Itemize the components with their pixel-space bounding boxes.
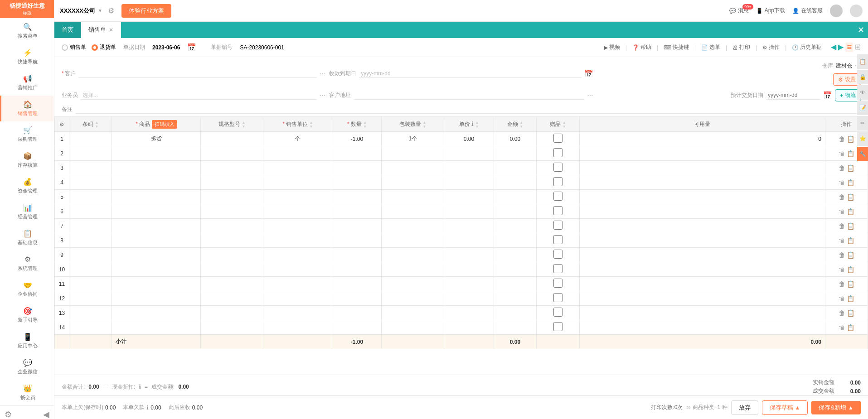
copy-icon[interactable]: 📋 — [847, 135, 854, 143]
sales-rep-dots[interactable]: ··· — [320, 92, 325, 100]
customer-addr-dots[interactable]: ··· — [587, 92, 593, 100]
sales-rep-input[interactable] — [81, 91, 317, 100]
settings-bottom-icon[interactable]: ⚙ — [5, 409, 12, 419]
copy-icon[interactable]: 📋 — [847, 251, 854, 259]
gift-checkbox[interactable] — [553, 235, 563, 244]
tab-close-button[interactable]: ✕ — [858, 25, 864, 35]
right-tool-1[interactable]: 📋 — [857, 54, 868, 69]
gift-checkbox[interactable] — [553, 279, 563, 288]
product-type-icon[interactable]: ⊙ — [686, 404, 691, 410]
help-button[interactable]: ❓ 帮助 — [630, 43, 653, 52]
copy-icon[interactable]: 📋 — [847, 222, 854, 230]
customer-addr-input[interactable] — [354, 91, 584, 100]
sidebar-item-member[interactable]: 👑 畅会员 — [0, 380, 54, 405]
view-table-icon[interactable]: ≡ — [845, 43, 853, 52]
try-plan-button[interactable]: 体验行业方案 — [121, 4, 171, 18]
delete-icon[interactable]: 🗑 — [839, 324, 845, 331]
right-tool-2[interactable]: 🔒 — [857, 70, 868, 84]
calendar-icon[interactable]: 📅 — [187, 43, 196, 52]
discount-info-icon[interactable]: ℹ — [139, 383, 141, 390]
select-button[interactable]: 📄 选单 — [699, 43, 722, 52]
header-gear-icon[interactable]: ⚙ — [108, 6, 114, 15]
right-tool-4[interactable]: 📝 — [857, 101, 868, 115]
cell-barcode[interactable] — [69, 132, 112, 146]
doc-debit-info-icon[interactable]: ℹ — [146, 405, 149, 411]
sidebar-item-finance[interactable]: 💰 资金管理 — [0, 173, 54, 199]
due-date-calendar-icon[interactable]: 📅 — [584, 69, 593, 78]
tab-close-icon[interactable]: ✕ — [109, 27, 113, 33]
copy-icon[interactable]: 📋 — [847, 179, 854, 186]
copy-icon[interactable]: 📋 — [847, 150, 854, 157]
sidebar-item-search[interactable]: 🔍 搜索菜单 — [0, 18, 54, 44]
delete-icon[interactable]: 🗑 — [839, 237, 845, 244]
delete-icon[interactable]: 🗑 — [839, 150, 845, 157]
save-new-button[interactable]: 保存&新增 ▲ — [811, 401, 861, 414]
sidebar-item-wechat[interactable]: 💬 企业微信 — [0, 354, 54, 380]
sidebar-item-sales[interactable]: 🏠 销售管理 — [0, 96, 54, 121]
settings-button[interactable]: ⚙ ⚙ 设置 设置 — [833, 73, 861, 86]
delete-icon[interactable]: 🗑 — [839, 135, 845, 143]
avatar2[interactable] — [850, 5, 863, 17]
cell-amount[interactable]: 0.00 — [494, 132, 536, 146]
tab-home[interactable]: 首页 — [54, 22, 81, 38]
delete-icon[interactable]: 🗑 — [839, 309, 845, 317]
gift-checkbox[interactable] — [553, 177, 563, 186]
gift-checkbox[interactable] — [553, 192, 563, 201]
expected-date-input[interactable] — [766, 91, 820, 100]
abandon-button[interactable]: 放弃 — [731, 400, 758, 415]
gift-checkbox[interactable] — [553, 308, 563, 317]
gift-checkbox[interactable] — [553, 221, 563, 230]
gift-checkbox[interactable] — [553, 322, 563, 331]
copy-icon[interactable]: 📋 — [847, 280, 854, 288]
delete-icon[interactable]: 🗑 — [839, 266, 845, 273]
delete-icon[interactable]: 🗑 — [839, 295, 845, 302]
sidebar-item-basic-info[interactable]: 📋 基础信息 — [0, 225, 54, 250]
sales-radio[interactable]: 销售单 — [62, 43, 86, 51]
message-button[interactable]: 💬 消息 99+ — [729, 7, 749, 14]
copy-icon[interactable]: 📋 — [847, 309, 854, 317]
return-radio[interactable]: 退货单 — [92, 43, 116, 51]
view-grid-icon[interactable]: ⊞ — [855, 43, 861, 52]
sidebar-item-inventory[interactable]: 📦 库存核算 — [0, 147, 54, 173]
gift-checkbox[interactable] — [553, 134, 563, 143]
gift-checkbox[interactable] — [553, 206, 563, 215]
cell-spec[interactable] — [201, 132, 263, 146]
sidebar-item-quick-nav[interactable]: ⚡ 快捷导航 — [0, 44, 54, 70]
print-button[interactable]: 🖨 打印 — [731, 43, 752, 52]
cell-unit[interactable]: 个 — [263, 132, 332, 146]
copy-icon[interactable]: 📋 — [847, 208, 854, 215]
gift-checkbox[interactable] — [553, 264, 563, 273]
cell-product[interactable]: 拆货 — [112, 132, 201, 146]
app-download-button[interactable]: 📱 App下载 — [756, 7, 785, 14]
copy-icon[interactable]: 📋 — [847, 237, 854, 244]
sidebar-item-purchase[interactable]: 🛒 采购管理 — [0, 121, 54, 147]
gift-checkbox[interactable] — [553, 293, 563, 302]
sidebar-item-newbie[interactable]: 🎯 新手引导 — [0, 302, 54, 328]
cell-gift[interactable] — [537, 132, 579, 146]
cell-price[interactable]: 0.00 — [444, 132, 494, 146]
shortcut-button[interactable]: ⌨ 快捷键 — [662, 43, 691, 52]
copy-icon[interactable]: 📋 — [847, 324, 854, 331]
delete-icon[interactable]: 🗑 — [839, 164, 845, 172]
copy-icon[interactable]: 📋 — [847, 295, 854, 302]
col-settings[interactable]: ⚙ — [55, 117, 69, 132]
copy-icon[interactable]: 📋 — [847, 193, 854, 201]
gift-checkbox[interactable] — [553, 148, 563, 157]
video-button[interactable]: ▶ 视频 — [602, 43, 622, 52]
cell-pkg-qty[interactable]: 1个 — [382, 132, 444, 146]
sidebar-item-system[interactable]: ⚙ 系统管理 — [0, 250, 54, 276]
copy-icon[interactable]: 📋 — [847, 266, 854, 273]
gift-checkbox[interactable] — [553, 250, 563, 259]
save-draft-button[interactable]: 保存草稿 ▲ — [762, 400, 808, 415]
right-tool-3[interactable]: 👁 — [857, 85, 868, 100]
avatar[interactable] — [830, 5, 843, 17]
view-next-icon[interactable]: ▶ — [838, 43, 844, 52]
due-date-input[interactable] — [359, 69, 581, 78]
online-service-button[interactable]: 👤 在线客服 — [792, 7, 823, 14]
company-selector[interactable]: XXXXXX公司 ▼ — [60, 7, 102, 15]
delete-icon[interactable]: 🗑 — [839, 280, 845, 288]
customer-input[interactable] — [78, 69, 317, 78]
collapse-icon[interactable]: ◀ — [43, 409, 49, 419]
copy-icon[interactable]: 📋 — [847, 164, 854, 172]
gift-checkbox[interactable] — [553, 163, 563, 172]
